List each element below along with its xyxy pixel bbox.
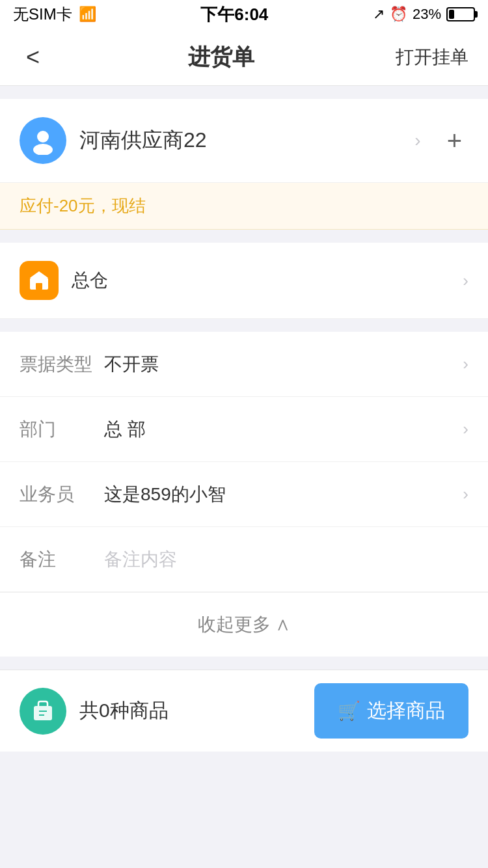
product-icon xyxy=(30,698,56,724)
salesperson-label: 业务员 xyxy=(20,482,98,507)
status-bar: 无SIM卡 📶 下午6:04 ↗ ⏰ 23% xyxy=(0,0,488,29)
back-button[interactable]: < xyxy=(20,37,46,77)
invoice-type-label: 票据类型 xyxy=(20,352,98,377)
salesperson-row[interactable]: 业务员 这是859的小智 › xyxy=(0,462,488,527)
select-product-button[interactable]: 🛒 选择商品 xyxy=(314,683,468,739)
remark-input[interactable]: 备注内容 xyxy=(98,547,468,572)
warehouse-name: 总仓 xyxy=(72,268,463,293)
person-icon xyxy=(29,126,57,155)
remark-row[interactable]: 备注 备注内容 xyxy=(0,527,488,592)
page-title: 进货单 xyxy=(188,42,254,72)
battery-percent: 23% xyxy=(413,6,441,23)
status-right: ↗ ⏰ 23% xyxy=(373,6,475,23)
location-icon: ↗ xyxy=(373,6,385,23)
svg-rect-5 xyxy=(34,706,52,720)
status-left: 无SIM卡 📶 xyxy=(13,4,96,25)
invoice-type-row[interactable]: 票据类型 不开票 › xyxy=(0,332,488,397)
collapse-button[interactable]: 收起更多 ∧ xyxy=(0,592,488,657)
salesperson-chevron-icon: › xyxy=(463,484,468,504)
warehouse-icon xyxy=(27,269,51,292)
battery-fill xyxy=(449,10,454,19)
divider-2 xyxy=(0,230,488,243)
nav-bar: < 进货单 打开挂单 xyxy=(0,29,488,86)
alert-text: 应付-20元，现结 xyxy=(20,196,146,215)
svg-point-0 xyxy=(37,131,49,142)
battery-icon xyxy=(446,7,475,21)
supplier-chevron-icon: › xyxy=(414,130,420,151)
department-value: 总 部 xyxy=(98,417,463,442)
invoice-type-value: 不开票 xyxy=(98,352,463,377)
add-supplier-button[interactable]: + xyxy=(441,126,468,156)
status-time: 下午6:04 xyxy=(200,3,268,26)
warehouse-row[interactable]: 总仓 › xyxy=(0,243,488,319)
collapse-label: 收起更多 ∧ xyxy=(198,612,291,637)
select-product-label: 选择商品 xyxy=(367,698,445,724)
salesperson-value: 这是859的小智 xyxy=(98,482,463,507)
alarm-icon: ⏰ xyxy=(390,6,407,23)
divider-1 xyxy=(0,86,488,99)
fields-section: 票据类型 不开票 › 部门 总 部 › 业务员 这是859的小智 › 备注 备注… xyxy=(0,332,488,657)
open-pending-button[interactable]: 打开挂单 xyxy=(396,45,468,70)
svg-point-1 xyxy=(33,144,53,155)
alert-banner: 应付-20元，现结 xyxy=(0,183,488,230)
remark-label: 备注 xyxy=(20,547,98,572)
department-row[interactable]: 部门 总 部 › xyxy=(0,397,488,462)
warehouse-chevron-icon: › xyxy=(463,271,468,291)
cart-icon: 🛒 xyxy=(338,700,360,722)
bottom-bar: 共0种商品 🛒 选择商品 xyxy=(0,670,488,752)
svg-rect-4 xyxy=(36,283,42,290)
supplier-avatar xyxy=(20,117,66,164)
department-label: 部门 xyxy=(20,417,98,442)
supplier-name: 河南供应商22 xyxy=(79,126,414,155)
product-icon-wrap xyxy=(20,688,66,735)
svg-marker-3 xyxy=(30,271,48,278)
product-count: 共0种商品 xyxy=(79,698,314,724)
divider-3 xyxy=(0,319,488,332)
invoice-type-chevron-icon: › xyxy=(463,354,468,374)
supplier-section: 河南供应商22 › + 应付-20元，现结 xyxy=(0,99,488,230)
page-background xyxy=(0,752,488,868)
wifi-icon: 📶 xyxy=(79,6,96,23)
carrier-text: 无SIM卡 xyxy=(13,4,72,25)
department-chevron-icon: › xyxy=(463,419,468,439)
warehouse-icon-wrap xyxy=(20,261,59,300)
supplier-row[interactable]: 河南供应商22 › + xyxy=(0,99,488,183)
divider-4 xyxy=(0,657,488,670)
